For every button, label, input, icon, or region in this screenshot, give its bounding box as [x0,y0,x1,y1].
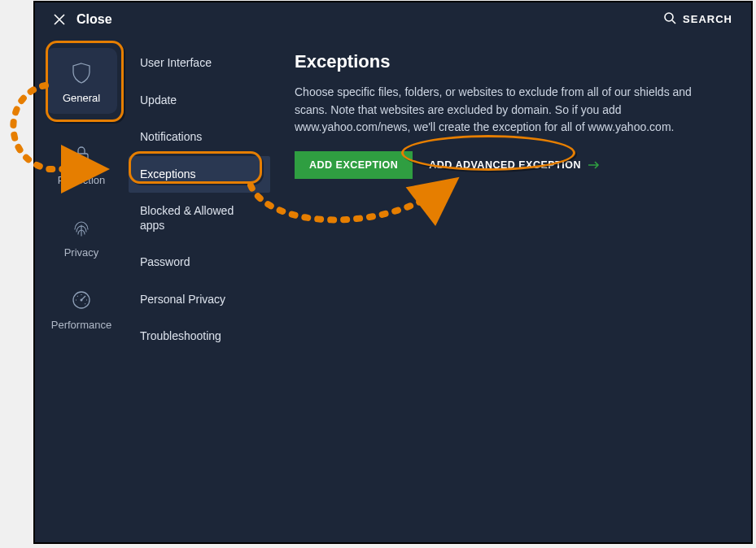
category-column: General Protection Privacy Performance [34,33,129,543]
close-icon [54,14,65,25]
add-advanced-label: ADD ADVANCED EXCEPTION [429,159,581,171]
category-label: Performance [51,319,111,331]
page-description: Choose specific files, folders, or websi… [295,84,723,137]
add-advanced-exception-button[interactable]: ADD ADVANCED EXCEPTION [426,151,604,179]
category-privacy[interactable]: Privacy [46,215,117,259]
svg-rect-1 [75,154,88,163]
subnav-blocked-allowed-apps[interactable]: Blocked & Allowed apps [129,193,270,244]
category-protection[interactable]: Protection [46,143,117,186]
category-performance[interactable]: Performance [46,288,117,331]
category-label: Protection [58,174,106,186]
subnav-password[interactable]: Password [129,244,270,281]
search-label: SEARCH [683,13,732,25]
padlock-icon [69,143,94,167]
speedometer-icon [69,288,94,312]
subnav-troubleshooting[interactable]: Troubleshooting [129,318,270,355]
svg-point-3 [81,299,83,302]
close-button[interactable]: Close [54,12,112,27]
subnav-notifications[interactable]: Notifications [129,119,270,156]
add-exception-button[interactable]: ADD EXCEPTION [295,151,413,179]
subnav-user-interface[interactable]: User Interface [129,45,270,82]
search-button[interactable]: SEARCH [663,11,732,27]
topbar: Close SEARCH [34,2,752,33]
category-general[interactable]: General [46,48,117,114]
button-row: ADD EXCEPTION ADD ADVANCED EXCEPTION [295,151,723,179]
settings-window: Close SEARCH General Protection [34,2,752,543]
page-title: Exceptions [295,51,723,72]
close-label: Close [76,12,112,27]
subnav-exceptions[interactable]: Exceptions [129,156,270,194]
search-icon [663,11,676,27]
fingerprint-icon [69,215,94,240]
subnav-column: User Interface Update Notifications Exce… [129,33,270,543]
category-label: Privacy [64,246,99,259]
main: General Protection Privacy Performance [34,33,752,543]
subnav-personal-privacy[interactable]: Personal Privacy [129,281,270,319]
svg-point-0 [665,13,673,21]
arrow-right-icon [588,160,601,170]
content-panel: Exceptions Choose specific files, folder… [270,33,752,543]
subnav-update[interactable]: Update [129,82,270,120]
shield-outline-icon [69,61,94,85]
category-label: General [63,92,100,104]
